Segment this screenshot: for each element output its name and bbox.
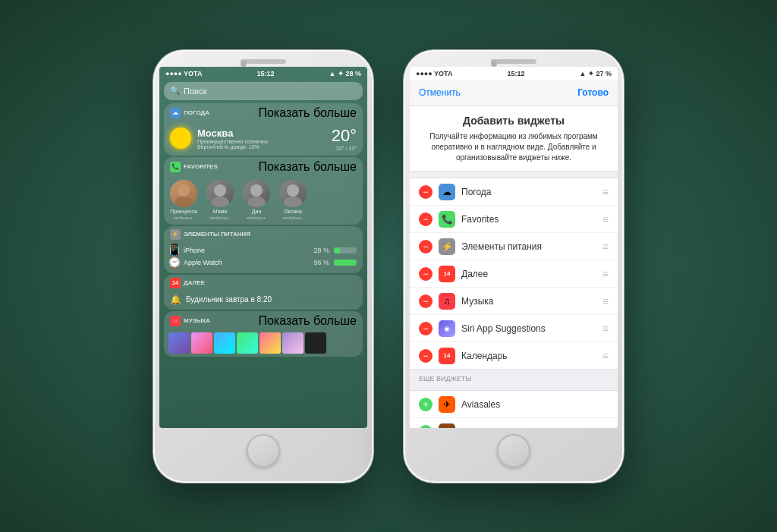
later-content: 🔔 Будильник завтра в 8:20 bbox=[164, 291, 363, 310]
phone1-screen: ●●●● YOTA 15:12 ▲ ✦ 28 % 🔍 Поиск ☁ ПОГОД… bbox=[159, 67, 367, 428]
remove-music-button[interactable]: − bbox=[419, 294, 433, 308]
search-bar[interactable]: 🔍 Поиск bbox=[164, 82, 363, 100]
weather-content: Москва Преимущественно солнечно Вероятно… bbox=[164, 123, 363, 156]
phone2-time: 15:12 bbox=[507, 70, 524, 77]
phone2-status-bar: ●●●● YOTA 15:12 ▲ ✦ 27 % bbox=[410, 67, 618, 80]
battery-list-name: Элементы питания bbox=[461, 241, 596, 252]
widget-weather: ☁ ПОГОДА Показать больше Москва Преимуще… bbox=[164, 103, 363, 156]
battery-handle[interactable]: ≡ bbox=[602, 241, 609, 253]
phone1-home-button[interactable] bbox=[247, 434, 280, 467]
weather-temp: 20° bbox=[332, 126, 357, 146]
watch-battery: ⌚ Apple Watch 96 % bbox=[170, 257, 357, 269]
watch-battery-bar bbox=[334, 260, 357, 266]
phone2-carrier: ●●●● YOTA bbox=[416, 70, 452, 77]
music-thumb-6 bbox=[282, 332, 304, 354]
weather-show-more[interactable]: Показать больше bbox=[258, 106, 357, 120]
favorites-show-more[interactable]: Показать больше bbox=[258, 160, 357, 174]
music-show-more[interactable]: Показать больше bbox=[258, 314, 357, 328]
mama-name: Мама bbox=[213, 209, 228, 214]
iphone-battery-bar bbox=[334, 247, 357, 253]
weather-title: ПОГОДА bbox=[184, 109, 209, 116]
contact-dan[interactable]: Дан мобильн. bbox=[243, 180, 270, 220]
bookmate-name: Bookmate bbox=[461, 427, 609, 428]
phone2-speaker bbox=[491, 59, 536, 64]
contact-mama[interactable]: Мама мобильн. bbox=[206, 180, 234, 220]
nav-bar: Отменить Готово bbox=[410, 80, 618, 106]
list-item-later: − 14 Далее ≡ bbox=[410, 260, 618, 288]
more-widgets-label: ЕЩЕ ВИДЖЕТЫ bbox=[410, 370, 618, 384]
weather-handle[interactable]: ≡ bbox=[602, 186, 609, 198]
phone-right: ●●●● YOTA 15:12 ▲ ✦ 27 % Отменить Готово… bbox=[404, 50, 624, 483]
music-thumb-3 bbox=[214, 332, 235, 354]
phone1-time: 15:12 bbox=[256, 70, 274, 77]
music-handle[interactable]: ≡ bbox=[602, 295, 609, 307]
music-thumb-2 bbox=[191, 332, 212, 354]
remove-calendar-button[interactable]: − bbox=[419, 349, 433, 363]
weather-list-icon: ☁ bbox=[439, 184, 455, 200]
add-aviasales-button[interactable]: + bbox=[419, 398, 433, 411]
svg-point-3 bbox=[211, 197, 229, 207]
weather-desc: Преимущественно солнечно bbox=[197, 139, 326, 144]
widget-battery: ⚡ ЭЛЕМЕНТЫ ПИТАНИЯ 📱 iPhone 28 % ⌚ Apple… bbox=[164, 226, 363, 273]
music-list-icon: ♫ bbox=[439, 293, 455, 310]
calendar-list-icon: 14 bbox=[439, 348, 455, 364]
favorites-list-name: Favorites bbox=[461, 214, 596, 225]
favorites-icon: 📞 bbox=[170, 162, 181, 172]
bookmate-icon: 📖 bbox=[439, 423, 455, 428]
later-title: ДАЛЕЕ bbox=[184, 279, 205, 286]
siri-list-name: Siri App Suggestions bbox=[461, 323, 596, 334]
iphone-battery: 📱 iPhone 28 % bbox=[170, 244, 357, 257]
bell-icon: 🔔 bbox=[170, 294, 181, 305]
list-item-battery: − ⚡ Элементы питания ≡ bbox=[410, 233, 618, 260]
siri-list-icon: ◉ bbox=[439, 320, 455, 337]
calendar-handle[interactable]: ≡ bbox=[602, 350, 609, 362]
widget-battery-header: ⚡ ЭЛЕМЕНТЫ ПИТАНИЯ bbox=[164, 226, 363, 243]
music-list-name: Музыка bbox=[461, 296, 596, 307]
svg-point-7 bbox=[284, 197, 302, 207]
later-handle[interactable]: ≡ bbox=[602, 268, 609, 280]
remove-favorites-button[interactable]: − bbox=[419, 212, 433, 226]
weather-range: 20° / 13° bbox=[332, 146, 357, 151]
favorites-handle[interactable]: ≡ bbox=[602, 213, 609, 225]
watch-battery-fill bbox=[334, 260, 356, 266]
iphone-battery-fill bbox=[334, 247, 340, 253]
phone1-signal: ▲ ✦ 28 % bbox=[329, 70, 361, 77]
widget-weather-header: ☁ ПОГОДА Показать больше bbox=[164, 103, 363, 123]
remove-siri-button[interactable]: − bbox=[419, 322, 433, 335]
watch-pct: 96 % bbox=[313, 259, 329, 266]
weather-list-name: Погода bbox=[461, 187, 596, 197]
contact-princess[interactable]: Принцесса мобильн. bbox=[170, 180, 197, 220]
svg-point-6 bbox=[287, 184, 299, 197]
music-thumb-5 bbox=[260, 332, 281, 354]
remove-weather-button[interactable]: − bbox=[419, 185, 433, 199]
widget-favorites-header: 📞 FAVORITES Показать больше bbox=[164, 157, 363, 177]
dan-status: мобильн. bbox=[247, 216, 266, 220]
remove-battery-button[interactable]: − bbox=[419, 240, 433, 253]
cancel-button[interactable]: Отменить bbox=[419, 87, 461, 98]
remove-later-button[interactable]: − bbox=[419, 267, 433, 281]
list-item-bookmate: + 📖 Bookmate bbox=[410, 418, 618, 427]
add-bookmate-button[interactable]: + bbox=[419, 425, 433, 428]
later-list-name: Далее bbox=[461, 269, 596, 279]
editor-title: Добавить виджеты bbox=[422, 114, 606, 129]
contact-oksana[interactable]: Оксана мобильн. bbox=[279, 180, 307, 220]
widget-later: 14 ДАЛЕЕ 🔔 Будильник завтра в 8:20 bbox=[164, 275, 363, 310]
search-icon: 🔍 bbox=[170, 86, 181, 96]
phone2-home-button[interactable] bbox=[497, 434, 530, 467]
watch-icon: ⌚ bbox=[170, 258, 179, 267]
calendar-list-name: Календарь bbox=[461, 351, 596, 361]
widget-favorites: 📞 FAVORITES Показать больше Принцесса мо… bbox=[164, 157, 363, 225]
phone-camera bbox=[241, 61, 247, 67]
done-button[interactable]: Готово bbox=[577, 87, 609, 98]
iphone-name: iPhone bbox=[184, 247, 309, 254]
editor-desc-text: Получайте информацию из любимых программ… bbox=[422, 131, 606, 163]
music-thumb-7 bbox=[305, 332, 326, 354]
iphone-icon: 📱 bbox=[170, 246, 179, 255]
phone1-carrier: ●●●● YOTA bbox=[165, 70, 202, 77]
svg-point-1 bbox=[175, 197, 193, 207]
svg-point-2 bbox=[214, 184, 226, 197]
siri-handle[interactable]: ≡ bbox=[602, 323, 609, 335]
mama-status: мобильн. bbox=[210, 216, 230, 220]
phone2-signal: ▲ ✦ 27 % bbox=[580, 70, 612, 77]
favorites-title: FAVORITES bbox=[184, 163, 218, 170]
